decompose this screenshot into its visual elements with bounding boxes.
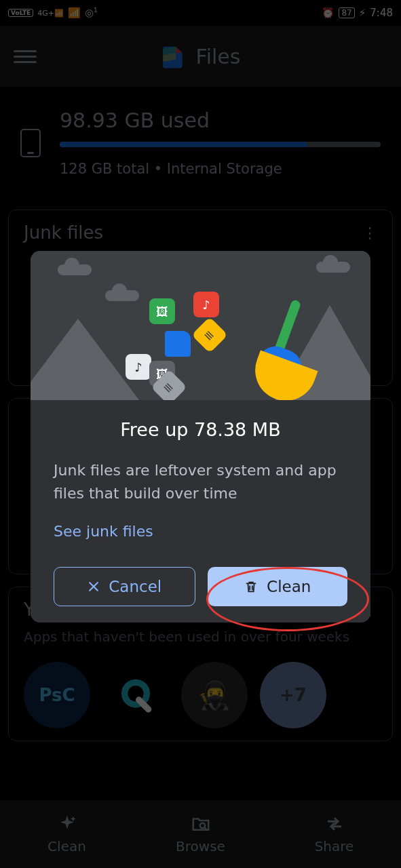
dialog-description: Junk files are leftover system and app f… [54, 459, 347, 505]
status-right: ⏰ 87 ⚡ 7:48 [322, 7, 393, 19]
app-title: Files [196, 45, 241, 68]
volte-badge: VoLTE [8, 9, 33, 17]
storage-used-label: 98.93 GB used [60, 108, 381, 132]
app-bar: Files [0, 26, 401, 87]
nav-share[interactable]: Share [267, 800, 401, 868]
battery-indicator: 87 [339, 7, 354, 18]
share-icon [324, 814, 345, 834]
debris-note-icon: ♪ [126, 354, 151, 380]
cleanup-dialog: 🖼 ♪ ≡ ♪ 🖼 ≡ Free up 78.38 MB Junk files … [31, 251, 370, 623]
app-psc[interactable]: PsC [24, 662, 90, 728]
app-q[interactable] [102, 662, 169, 728]
q-icon [117, 676, 155, 714]
unused-card-subtitle: Apps that haven't been used in over four… [24, 627, 377, 647]
clock: 7:48 [370, 7, 393, 19]
cancel-label: Cancel [109, 578, 161, 595]
files-logo-icon [161, 43, 187, 69]
debris-music-icon: ♪ [193, 292, 219, 317]
signal-icon: 📶 [68, 7, 81, 19]
sparkle-icon [57, 814, 77, 834]
svg-point-1 [199, 823, 205, 829]
ninja-icon: 🥷 [197, 679, 231, 711]
trash-icon [244, 579, 259, 594]
nav-clean-label: Clean [47, 838, 86, 854]
dialog-body: Free up 78.38 MB Junk files are leftover… [31, 400, 370, 623]
app-ninja[interactable]: 🥷 [181, 662, 248, 728]
dialog-actions: Cancel Clean [54, 567, 347, 606]
junk-card-menu-icon[interactable]: ⋮ [362, 224, 377, 241]
debris-folder-icon [165, 331, 191, 357]
storage-info: 98.93 GB used 128 GB total • Internal St… [60, 108, 381, 177]
charging-icon: ⚡ [359, 7, 366, 19]
nav-share-label: Share [315, 838, 354, 854]
folder-search-icon [191, 814, 211, 834]
alarm-icon: ⏰ [322, 7, 335, 19]
debris-doc-icon: ≡ [191, 317, 228, 353]
app-more[interactable]: +7 [260, 662, 326, 728]
storage-total-label: 128 GB total • Internal Storage [60, 161, 381, 177]
clean-label: Clean [267, 578, 311, 595]
close-icon [87, 580, 100, 593]
unused-app-row: PsC 🥷 +7 [24, 662, 377, 728]
junk-card-title: Junk files [24, 222, 103, 243]
debris-image-icon: 🖼 [149, 298, 175, 324]
bottom-nav: Clean Browse Share [0, 800, 401, 868]
dialog-title: Free up 78.38 MB [54, 419, 347, 440]
see-junk-files-link[interactable]: See junk files [54, 523, 347, 540]
status-left: VoLTE 4G+📶 📶 ◎1 [8, 7, 98, 19]
nav-browse-label: Browse [176, 838, 225, 854]
dialog-illustration: 🖼 ♪ ≡ ♪ 🖼 ≡ [31, 251, 370, 400]
cancel-button[interactable]: Cancel [54, 567, 195, 606]
nav-clean[interactable]: Clean [0, 800, 134, 868]
app-title-wrap: Files [14, 43, 387, 69]
nav-browse[interactable]: Browse [134, 800, 267, 868]
storage-progress [60, 142, 381, 147]
phone-icon [20, 129, 41, 157]
storage-section[interactable]: 98.93 GB used 128 GB total • Internal St… [0, 87, 401, 197]
storage-progress-fill [60, 142, 307, 147]
hotspot-icon: ◎1 [85, 7, 98, 19]
status-bar: VoLTE 4G+📶 📶 ◎1 ⏰ 87 ⚡ 7:48 [0, 0, 401, 26]
clean-button[interactable]: Clean [208, 567, 348, 606]
signal-4g-icon: 4G+📶 [37, 9, 64, 18]
